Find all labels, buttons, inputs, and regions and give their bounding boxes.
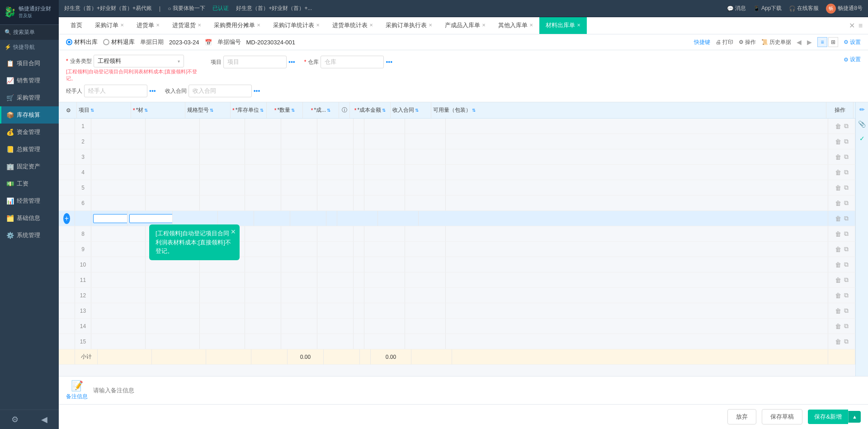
nav-tab-product-in[interactable]: 产成品入库单 ✕ <box>439 17 492 34</box>
sidebar-item-assets[interactable]: 🏢 固定资产 <box>0 158 59 175</box>
sort-cost[interactable]: ⇅ <box>327 108 330 113</box>
delete-row-11[interactable]: 🗑 <box>835 276 841 284</box>
sidebar-item-inventory[interactable]: 📦 库存核算 <box>0 106 59 124</box>
radio-return[interactable]: 材料退库 <box>103 38 135 46</box>
delete-row-1[interactable]: 🗑 <box>835 123 841 130</box>
copy-row-3[interactable]: ⧉ <box>844 153 849 161</box>
id-value[interactable]: MD-20230324-001 <box>246 39 295 46</box>
project-input[interactable]: 项目 <box>223 56 287 68</box>
operations-button[interactable]: ⚙ 操作 <box>739 38 756 46</box>
sort-material[interactable]: ⇅ <box>144 108 148 113</box>
income-contract-dots[interactable]: ••• <box>254 87 260 95</box>
view-grid-btn[interactable]: ⊞ <box>828 37 838 47</box>
sort-unit[interactable]: ⇅ <box>260 108 264 113</box>
income-contract-input[interactable]: 收入合同 <box>189 85 252 97</box>
delete-add-row[interactable]: 🗑 <box>835 215 841 222</box>
delete-row-14[interactable]: 🗑 <box>835 323 841 330</box>
project-dots[interactable]: ••• <box>288 58 295 66</box>
delete-row-12[interactable]: 🗑 <box>835 292 841 299</box>
sidebar-quick-nav[interactable]: ⚡ 快捷导航 <box>0 40 59 55</box>
sidebar-item-finance[interactable]: 💰 资金管理 <box>0 124 59 141</box>
delete-row-4[interactable]: 🗑 <box>835 169 841 176</box>
copy-row-5[interactable]: ⧉ <box>844 184 849 191</box>
close-material-out[interactable]: ✕ <box>577 23 580 28</box>
nav-tab-purchase-stat[interactable]: 采购订单统计表 ✕ <box>267 17 326 34</box>
header-experience[interactable]: ○ 我要体验一下 <box>168 5 205 12</box>
copy-row-9[interactable]: ⧉ <box>844 245 849 253</box>
nav-tab-material-out[interactable]: 材料出库单 ✕ <box>539 17 587 34</box>
close-all-tabs[interactable]: ✕ <box>849 21 855 30</box>
sidebar-item-accounting[interactable]: 📒 总账管理 <box>0 141 59 158</box>
close-stock-stat[interactable]: ✕ <box>369 23 373 28</box>
print-button[interactable]: 🖨 打印 <box>716 38 733 46</box>
delete-row-2[interactable]: 🗑 <box>835 138 841 145</box>
nav-tab-stock-stat[interactable]: 进货单统计表 ✕ <box>326 17 379 34</box>
nav-tab-purchase-order[interactable]: 采购订单 ✕ <box>89 17 130 34</box>
delete-row-3[interactable]: 🗑 <box>835 153 841 161</box>
delete-row-6[interactable]: 🗑 <box>835 200 841 207</box>
handler-input[interactable]: 经手人 <box>84 85 147 97</box>
sort-avail[interactable]: ⇅ <box>472 108 476 113</box>
prev-button[interactable]: ◀ <box>797 38 802 46</box>
sidebar-item-system[interactable]: ⚙️ 系统管理 <box>0 227 59 244</box>
close-purchase-stat[interactable]: ✕ <box>316 23 320 28</box>
copy-add-row[interactable]: ⧉ <box>844 214 849 222</box>
history-button[interactable]: 📜 历史单据 <box>761 38 791 46</box>
radio-out[interactable]: 材料出库 <box>66 38 98 46</box>
copy-row-8[interactable]: ⧉ <box>844 230 849 238</box>
tooltip-close[interactable]: ✕ <box>231 227 236 237</box>
delete-row-13[interactable]: 🗑 <box>835 307 841 315</box>
copy-row-13[interactable]: ⧉ <box>844 307 849 315</box>
copy-row-6[interactable]: ⧉ <box>844 199 849 207</box>
user-profile[interactable]: 畅 畅捷通8号 <box>826 4 863 14</box>
copy-row-1[interactable]: ⧉ <box>844 122 849 130</box>
save-draft-button[interactable]: 保存草稿 <box>762 409 802 424</box>
sort-spec[interactable]: ⇅ <box>210 108 213 113</box>
nav-tab-purchase-exec[interactable]: 采购订单执行表 ✕ <box>379 17 439 34</box>
close-other-in[interactable]: ✕ <box>529 23 533 28</box>
nav-tab-home[interactable]: 首页 <box>64 17 89 34</box>
copy-row-10[interactable]: ⧉ <box>844 261 849 268</box>
sidebar-item-purchase[interactable]: 🛒 采购管理 <box>0 89 59 106</box>
form-settings-btn[interactable]: ⚙ 设置 <box>844 56 861 63</box>
message-button[interactable]: 💬 消息 <box>727 5 746 12</box>
right-edit-icon[interactable]: ✏ <box>858 104 867 115</box>
warehouse-input[interactable]: 仓库 <box>321 56 384 68</box>
close-purchase-order[interactable]: ✕ <box>120 23 124 28</box>
sort-costamt[interactable]: ⇅ <box>382 108 386 113</box>
delete-row-5[interactable]: 🗑 <box>835 184 841 191</box>
delete-row-9[interactable]: 🗑 <box>835 246 841 253</box>
note-input[interactable] <box>93 387 861 394</box>
sort-contract[interactable]: ⇅ <box>415 108 419 113</box>
next-button[interactable]: ▶ <box>807 38 812 46</box>
nav-tab-purchase-expense[interactable]: 采购费用分摊单 ✕ <box>208 17 267 34</box>
copy-row-15[interactable]: ⧉ <box>844 338 849 345</box>
handler-dots[interactable]: ••• <box>149 87 156 95</box>
collapse-button[interactable]: ◀ <box>29 410 59 429</box>
copy-row-12[interactable]: ⧉ <box>844 291 849 299</box>
app-download-button[interactable]: 📱 App下载 <box>753 5 782 12</box>
copy-row-4[interactable]: ⧉ <box>844 168 849 176</box>
add-row-input-2[interactable] <box>129 214 173 223</box>
sort-qty[interactable]: ⇅ <box>291 108 295 113</box>
sidebar-item-basic[interactable]: 🗂️ 基础信息 <box>0 210 59 227</box>
settings-btn[interactable]: ⚙ 设置 <box>844 38 861 46</box>
calendar-icon[interactable]: 📅 <box>205 39 212 46</box>
shortcuts-button[interactable]: 快捷键 <box>694 38 710 46</box>
sidebar-item-project[interactable]: 📋 项目合同 <box>0 55 59 72</box>
header-settings[interactable]: ⚙ <box>61 102 77 118</box>
delete-row-15[interactable]: 🗑 <box>835 338 841 345</box>
close-stock-return[interactable]: ✕ <box>198 23 201 28</box>
close-product-in[interactable]: ✕ <box>482 23 486 28</box>
close-purchase-exec[interactable]: ✕ <box>429 23 432 28</box>
add-row-button[interactable]: + <box>63 213 70 224</box>
online-service-button[interactable]: 🎧 在线客服 <box>789 5 819 12</box>
right-attach-icon[interactable]: 📎 <box>856 119 868 129</box>
copy-row-11[interactable]: ⧉ <box>844 276 849 284</box>
sort-project[interactable]: ⇅ <box>90 108 94 113</box>
nav-tab-other-in[interactable]: 其他入库单 ✕ <box>492 17 539 34</box>
view-list-btn[interactable]: ≡ <box>817 37 827 47</box>
save-new-dropdown[interactable]: ▲ <box>848 411 861 423</box>
copy-row-14[interactable]: ⧉ <box>844 322 849 330</box>
header-goods[interactable]: 好生意（首）+好业财（首）+易代账 <box>64 5 152 12</box>
